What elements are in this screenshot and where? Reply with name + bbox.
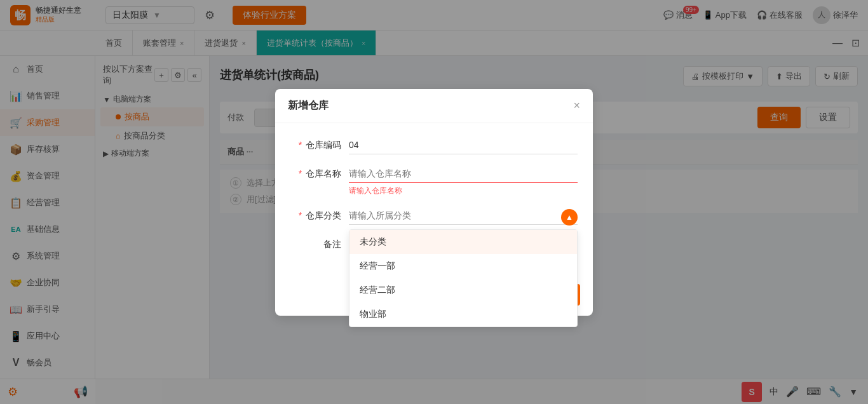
cat-required-star: * [299, 210, 302, 220]
code-required-star: * [299, 140, 302, 150]
new-warehouse-dialog: 新增仓库 × * 仓库编码 * 仓库名称 请输入仓库名称 [275, 89, 593, 316]
dropdown-item-uncategorized[interactable]: 未分类 [349, 230, 577, 254]
name-error-msg: 请输入仓库名称 [349, 185, 578, 196]
code-field-row: * 仓库编码 [290, 136, 578, 154]
dialog-title: 新增仓库 [288, 99, 329, 112]
name-label: * 仓库名称 [290, 165, 341, 180]
dropdown-item-dept1[interactable]: 经营一部 [349, 254, 577, 278]
category-label: * 仓库分类 [290, 206, 341, 222]
category-toggle-button[interactable]: ▲ [561, 209, 578, 226]
code-label: * 仓库编码 [290, 136, 341, 151]
name-input[interactable] [349, 165, 578, 183]
dialog-body: * 仓库编码 * 仓库名称 请输入仓库名称 * [275, 123, 593, 276]
code-input[interactable] [349, 136, 578, 154]
category-input[interactable] [349, 206, 578, 225]
dropdown-item-property[interactable]: 物业部 [349, 302, 577, 327]
name-required-star: * [299, 168, 302, 178]
modal-overlay[interactable]: 新增仓库 × * 仓库编码 * 仓库名称 请输入仓库名称 [0, 0, 868, 404]
category-input-wrap: ▲ 未分类 经营一部 经营二部 物业部 [349, 206, 578, 225]
dialog-close-button[interactable]: × [573, 100, 580, 111]
category-dropdown: 未分类 经营一部 经营二部 物业部 [349, 229, 578, 327]
category-field-row: * 仓库分类 ▲ 未分类 经营一部 经营二部 物业部 [290, 206, 578, 225]
dropdown-item-dept2[interactable]: 经营二部 [349, 278, 577, 302]
name-input-wrap: 请输入仓库名称 [349, 165, 578, 196]
name-field-row: * 仓库名称 请输入仓库名称 [290, 165, 578, 196]
dialog-header: 新增仓库 × [275, 89, 593, 123]
remark-label: 备注 [290, 235, 341, 250]
